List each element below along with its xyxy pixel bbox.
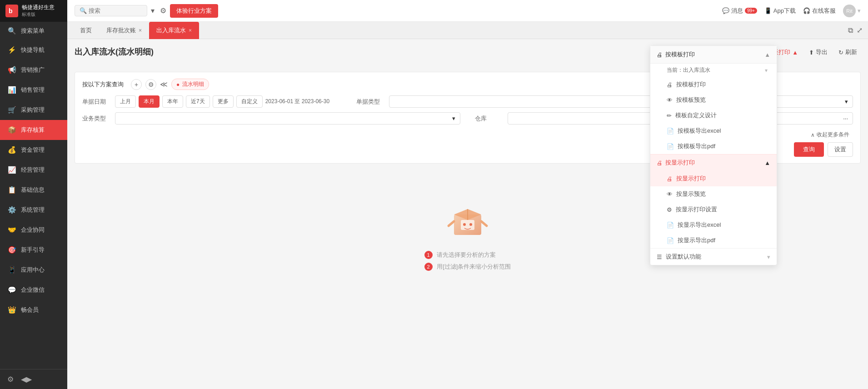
search-input[interactable] [89, 7, 143, 14]
filter-settings-btn[interactable]: ⚙ [145, 79, 156, 90]
sidebar-item-label: 快捷导航 [21, 46, 45, 54]
tab-flow-close[interactable]: × [189, 27, 192, 34]
export-btn[interactable]: ⬆ 导出 [805, 46, 831, 58]
dropdown-item-template-custom[interactable]: ✏ 模板自定义设计 [650, 108, 777, 123]
sales-icon: 📊 [7, 85, 16, 95]
date-btn-7days[interactable]: 近7天 [186, 95, 210, 108]
collapse-sidebar-icon[interactable]: ◀▶ [21, 375, 32, 384]
sidebar-item-quick-nav[interactable]: ⚡ 快捷导航 [0, 40, 67, 60]
settings-bottom-icon[interactable]: ⚙ [7, 375, 14, 384]
dropdown-item-template-print[interactable]: 🖨 按模板打印 [650, 77, 777, 92]
date-btn-more[interactable]: 更多 [213, 95, 234, 108]
sidebar-menu: 🔍 搜索菜单 ⚡ 快捷导航 📢 营销推广 📊 销售管理 🛒 采购管理 📦 库存核… [0, 22, 67, 369]
tab-batch-account[interactable]: 库存批次账 × [99, 22, 149, 39]
export-label: 导出 [816, 48, 828, 56]
tabs-bar: 首页 库存批次账 × 出入库流水 × ⧉ ⤢ [67, 22, 868, 39]
sidebar-item-sales[interactable]: 📊 销售管理 [0, 80, 67, 100]
current-label: 当前：出入库流水 [667, 66, 710, 74]
dropdown-item-template-pdf[interactable]: 📄 按模板导出pdf [650, 139, 777, 154]
dropdown-item-display-preview[interactable]: 👁 按显示预览 [650, 186, 777, 202]
item-label: 按显示打印设置 [676, 205, 717, 214]
tab-home[interactable]: 首页 [73, 22, 99, 39]
empty-steps: 1 请先选择要分析的方案 2 用[过滤]条件来缩小分析范围 [424, 249, 511, 273]
dropdown-set-default-btn[interactable]: ☰ 设置默认功能 ▾ [650, 248, 777, 265]
sidebar-item-enterprise[interactable]: 🤝 企业协同 [0, 220, 67, 240]
topbar-search-box[interactable]: 🔍 [75, 5, 147, 16]
date-btn-this-month[interactable]: 本月 [139, 95, 160, 108]
preview-icon-sub: 👁 [667, 97, 673, 104]
sidebar-item-label: 企业协同 [21, 226, 45, 234]
dropdown-item-display-excel[interactable]: 📄 按显示导出excel [650, 217, 777, 233]
sidebar-item-label: 新手引导 [21, 246, 45, 254]
dropdown-item-display-settings[interactable]: ⚙ 按显示打印设置 [650, 202, 777, 217]
dropdown-display-section-header[interactable]: 🖨 按显示打印 ▲ [650, 154, 777, 171]
refresh-icon: ↻ [838, 49, 843, 56]
user-name: Rit [846, 8, 852, 14]
settings-icon[interactable]: ⚙ [160, 6, 166, 15]
dropdown-arrow-icon[interactable]: ▾ [151, 6, 155, 15]
dropdown-item-template-preview[interactable]: 👁 按模板预览 [650, 92, 777, 108]
message-btn[interactable]: 💬 消息 99+ [722, 7, 757, 15]
settings-btn[interactable]: 设置 [828, 142, 853, 157]
topbar: 🔍 ▾ ⚙ 体验行业方案 💬 消息 99+ 📱 App下载 🎧 在线客服 [67, 0, 868, 22]
sidebar-item-guide[interactable]: 🎯 新手引导 [0, 240, 67, 260]
sidebar-item-inventory[interactable]: 📦 库存核算 [0, 120, 67, 140]
page-title: 出入库流水(流水明细) [75, 46, 154, 57]
date-btn-last-month[interactable]: 上月 [115, 95, 136, 108]
default-label: 设置默认功能 [666, 253, 701, 261]
solution-btn[interactable]: 体验行业方案 [170, 4, 218, 18]
date-btn-this-year[interactable]: 本年 [162, 95, 183, 108]
sidebar-item-basic[interactable]: 📋 基础信息 [0, 180, 67, 200]
sidebar-item-finance[interactable]: 💰 资金管理 [0, 140, 67, 160]
display-preview-icon: 👁 [667, 191, 673, 198]
app-download-btn[interactable]: 📱 App下载 [764, 7, 796, 15]
user-avatar-btn[interactable]: Rit ▾ [843, 5, 861, 17]
tab-flow[interactable]: 出入库流水 × [149, 22, 199, 39]
user-avatar: Rit [843, 5, 856, 17]
template-print-dropdown: 🖨 按模板打印 ▲ 当前：出入库流水 ▾ 🖨 按模板打印 👁 按模板预览 ✏ 模… [650, 45, 777, 265]
sidebar-item-operation[interactable]: 📈 经营管理 [0, 160, 67, 180]
message-label: 消息 [731, 7, 743, 15]
search-icon: 🔍 [7, 26, 16, 35]
topbar-right: 💬 消息 99+ 📱 App下载 🎧 在线客服 Rit ▾ [722, 5, 861, 17]
message-icon: 💬 [722, 7, 729, 14]
sidebar-item-search[interactable]: 🔍 搜索菜单 [0, 22, 67, 40]
filter-tag[interactable]: ● 流水明细 [171, 79, 209, 90]
sidebar-item-label: 销售管理 [21, 86, 45, 94]
message-badge: 99+ [745, 8, 757, 14]
maximize-window-icon[interactable]: ⤢ [857, 26, 863, 35]
sidebar-item-purchase[interactable]: 🛒 采购管理 [0, 100, 67, 120]
add-filter-btn[interactable]: + [131, 79, 142, 90]
app-center-icon: 📱 [7, 265, 16, 274]
print-header-icon: 🖨 [657, 51, 663, 58]
date-btn-custom[interactable]: 自定义 [236, 95, 263, 108]
tab-batch-account-close[interactable]: × [139, 27, 142, 34]
filter-label: 按以下方案查询 [82, 80, 124, 89]
query-btn[interactable]: 查询 [794, 142, 824, 157]
dropdown-item-display-pdf[interactable]: 📄 按显示导出pdf [650, 233, 777, 248]
warehouse-label: 仓库 [475, 115, 502, 123]
sidebar-item-marketing[interactable]: 📢 营销推广 [0, 60, 67, 80]
inventory-icon: 📦 [7, 125, 16, 135]
sidebar-item-wechat[interactable]: 💬 企业微信 [0, 280, 67, 300]
svg-text:b: b [9, 7, 13, 15]
vip-icon: 👑 [7, 305, 16, 314]
dropdown-collapse-icon[interactable]: ▲ [764, 51, 770, 58]
collapse-more-btn[interactable]: ∧ 收起更多条件 [807, 129, 853, 140]
filter-collapse-icon[interactable]: ≪ [160, 80, 168, 89]
business-type-select[interactable]: ▾ [115, 112, 460, 125]
online-service-btn[interactable]: 🎧 在线客服 [803, 7, 836, 15]
pdf-icon-sub: 📄 [667, 143, 674, 150]
restore-window-icon[interactable]: ⧉ [848, 26, 853, 35]
dropdown-item-template-excel[interactable]: 📄 按模板导出excel [650, 123, 777, 139]
display-section-label: 按显示打印 [665, 159, 695, 167]
sidebar-item-system[interactable]: ⚙️ 系统管理 [0, 200, 67, 220]
item-label: 按模板预览 [676, 96, 706, 104]
sidebar-item-vip[interactable]: 👑 畅会员 [0, 300, 67, 320]
marketing-icon: 📢 [7, 65, 16, 75]
doc-type-select[interactable]: ▾ [389, 95, 853, 108]
display-section-arrow: ▲ [764, 160, 770, 166]
sidebar-item-app-center[interactable]: 📱 应用中心 [0, 260, 67, 280]
dropdown-item-display-print[interactable]: 🖨 按显示打印 [650, 171, 777, 186]
refresh-btn[interactable]: ↻ 刷新 [835, 46, 861, 58]
